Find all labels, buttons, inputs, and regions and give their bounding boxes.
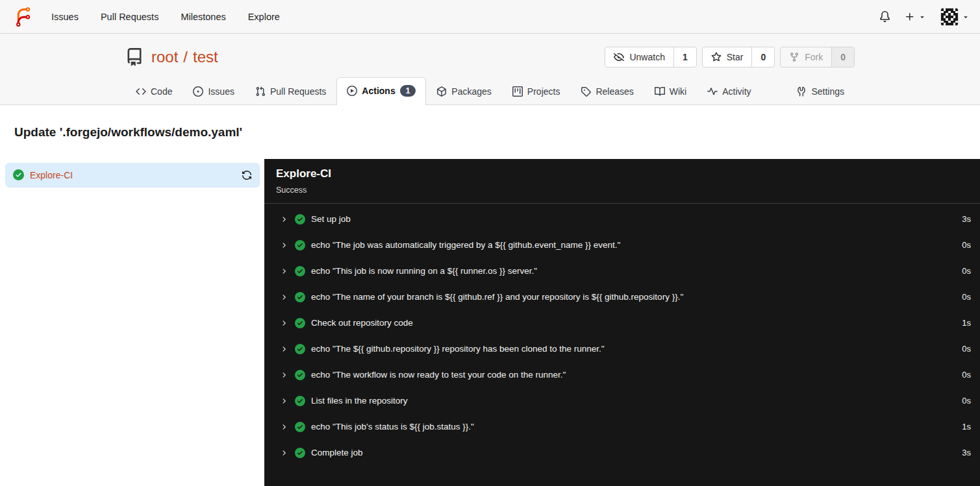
repo-tab[interactable]: Pull Requests <box>245 79 336 104</box>
check-circle-icon <box>295 240 305 250</box>
unwatch-label: Unwatch <box>629 52 664 62</box>
steps-list: Set up job 3s echo "The job was automati… <box>264 204 980 466</box>
tab-label: Settings <box>811 86 844 97</box>
user-menu[interactable] <box>940 8 970 26</box>
top-navbar: Issues Pull Requests Milestones Explore <box>0 0 980 34</box>
tab-label: Packages <box>451 86 491 97</box>
tab-label: Releases <box>596 86 633 97</box>
step-duration: 0s <box>962 266 971 276</box>
step-label: echo "The ${{ github.repository }} repos… <box>311 344 962 354</box>
git-pull-request-icon <box>255 86 266 97</box>
fork-button-group: Fork 0 <box>780 47 855 67</box>
repo-header: root / test Unwatch 1 Star 0 <box>0 34 980 105</box>
step-label: echo "This job is now running on a ${{ r… <box>311 266 962 276</box>
step-label: Check out repository code <box>311 318 962 328</box>
navbar-link[interactable]: Pull Requests <box>90 0 170 34</box>
repo-tab[interactable]: Projects <box>502 79 571 104</box>
chevron-right-icon[interactable] <box>280 293 288 301</box>
chevron-right-icon[interactable] <box>280 319 288 327</box>
step-row[interactable]: Set up job 3s <box>264 206 980 232</box>
step-row[interactable]: echo "The workflow is now ready to test … <box>264 362 980 388</box>
book-icon <box>655 86 665 97</box>
step-duration: 0s <box>962 292 971 302</box>
chevron-right-icon[interactable] <box>280 241 288 249</box>
stars-count[interactable]: 0 <box>751 47 774 67</box>
step-row[interactable]: echo "The ${{ github.repository }} repos… <box>264 336 980 362</box>
create-new-dropdown[interactable] <box>905 12 926 22</box>
repo-action-buttons: Unwatch 1 Star 0 Fork 0 <box>605 47 855 67</box>
navbar-right <box>879 8 970 26</box>
run-title: Update '.forgejo/workflows/demo.yaml' <box>0 114 980 151</box>
repo-tab[interactable]: Activity <box>697 79 761 104</box>
forks-count[interactable]: 0 <box>831 47 854 67</box>
step-duration: 0s <box>962 370 971 380</box>
repo-title-row: root / test Unwatch 1 Star 0 <box>125 34 855 67</box>
tab-label: Projects <box>527 86 560 97</box>
step-row[interactable]: List files in the repository 0s <box>264 388 980 414</box>
navbar-link[interactable]: Milestones <box>170 0 236 34</box>
tab-count-badge: 1 <box>400 85 416 97</box>
repo-path: root / test <box>151 48 218 66</box>
job-list-sidebar: Explore-CI <box>0 159 264 486</box>
play-circle-icon <box>347 86 357 96</box>
repo-tab[interactable]: Packages <box>426 79 501 104</box>
step-label: Set up job <box>311 214 962 224</box>
step-label: echo "This job's status is ${{ job.statu… <box>311 422 962 431</box>
code-icon <box>136 86 146 97</box>
repo-name-link[interactable]: test <box>193 48 218 66</box>
run-layout: Explore-CI Explore-CI Success Set up job… <box>0 159 980 486</box>
check-circle-icon <box>295 292 305 302</box>
navbar-link[interactable]: Explore <box>237 0 291 34</box>
repo-tab[interactable]: Actions 1 <box>336 77 426 105</box>
repo-owner-link[interactable]: root <box>151 48 178 66</box>
run-status-text: Success <box>276 186 968 195</box>
repo-tab[interactable]: Wiki <box>644 79 697 104</box>
step-duration: 0s <box>962 344 971 354</box>
chevron-right-icon[interactable] <box>280 371 288 379</box>
step-label: Complete job <box>311 448 962 457</box>
chevron-right-icon[interactable] <box>280 397 288 405</box>
job-item-explore-ci[interactable]: Explore-CI <box>5 163 260 188</box>
check-circle-icon <box>295 214 305 225</box>
project-icon <box>512 86 523 97</box>
tab-label: Activity <box>722 86 751 97</box>
step-row[interactable]: Check out repository code 1s <box>264 310 980 336</box>
star-icon <box>711 52 722 62</box>
run-panel-title: Explore-CI <box>276 167 968 180</box>
repo-tab[interactable]: Settings <box>786 79 855 104</box>
watch-button-group: Unwatch 1 <box>605 47 696 67</box>
step-row[interactable]: echo "This job is now running on a ${{ r… <box>264 258 980 284</box>
chevron-right-icon[interactable] <box>280 423 288 431</box>
notifications-button[interactable] <box>879 11 890 22</box>
check-circle-icon <box>295 344 305 354</box>
repo-tab[interactable]: Releases <box>570 79 644 104</box>
repo-tab[interactable]: Code <box>125 79 182 104</box>
chevron-right-icon[interactable] <box>280 267 288 275</box>
fork-button[interactable]: Fork <box>781 47 831 67</box>
tag-icon <box>581 86 591 97</box>
git-fork-icon <box>789 52 799 62</box>
refresh-icon[interactable] <box>242 170 252 180</box>
navbar-link[interactable]: Issues <box>40 0 90 34</box>
step-row[interactable]: Complete job 3s <box>264 440 980 466</box>
star-button[interactable]: Star <box>703 47 752 67</box>
navbar-links: Issues Pull Requests Milestones Explore <box>40 0 291 34</box>
step-row[interactable]: echo "The job was automatically triggere… <box>264 232 980 258</box>
chevron-right-icon[interactable] <box>280 449 288 457</box>
run-detail-panel: Explore-CI Success Set up job 3s echo "T… <box>264 159 980 486</box>
chevron-right-icon[interactable] <box>280 345 288 353</box>
check-circle-icon <box>295 396 305 406</box>
step-row[interactable]: echo "This job's status is ${{ job.statu… <box>264 414 980 440</box>
unwatch-button[interactable]: Unwatch <box>605 47 673 67</box>
step-label: List files in the repository <box>311 396 962 406</box>
chevron-right-icon[interactable] <box>280 215 288 223</box>
watchers-count[interactable]: 1 <box>673 47 696 67</box>
repo-tab[interactable]: Issues <box>182 79 244 104</box>
step-row[interactable]: echo "The name of your branch is ${{ git… <box>264 284 980 310</box>
chevron-down-icon <box>962 13 970 21</box>
step-duration: 0s <box>962 396 971 406</box>
pulse-icon <box>707 86 718 97</box>
tab-label: Pull Requests <box>270 86 326 97</box>
star-button-group: Star 0 <box>702 47 775 67</box>
forgejo-logo[interactable] <box>13 6 34 27</box>
